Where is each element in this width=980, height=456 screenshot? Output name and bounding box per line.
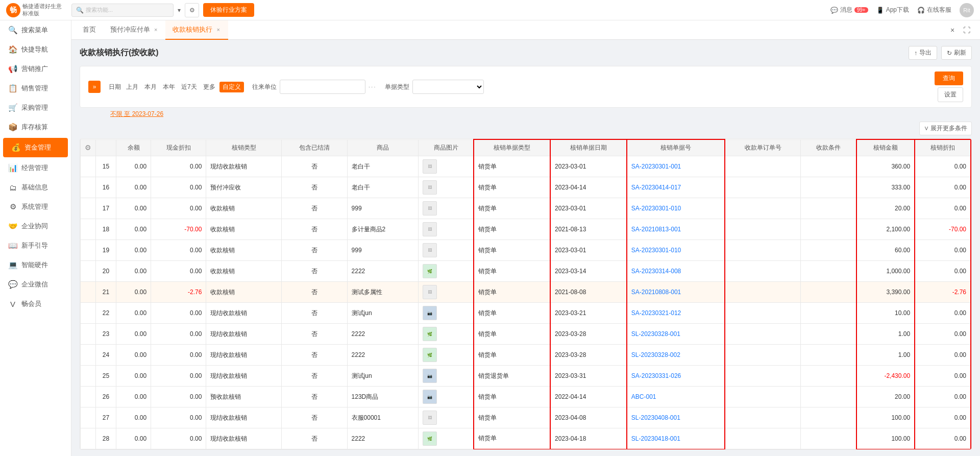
sidebar-item-wechat[interactable]: 💬 企业微信 bbox=[0, 275, 71, 294]
receipt-condition-cell bbox=[801, 156, 856, 177]
sidebar-item-system[interactable]: ⚙ 系统管理 bbox=[0, 197, 71, 217]
sidebar-item-operations[interactable]: 📊 经营管理 bbox=[0, 158, 71, 178]
top-bar-right-section: 💬 消息 99+ 📱 App下载 🎧 在线客服 Rit bbox=[830, 3, 974, 17]
cancel-type-cell: 现结收款核销 bbox=[206, 324, 282, 345]
sidebar-item-sales[interactable]: 📋 销售管理 bbox=[0, 79, 71, 98]
cancel-type-cell: 收款核销 bbox=[206, 198, 282, 219]
vip-icon: V bbox=[8, 300, 17, 308]
bill-type-select[interactable] bbox=[412, 80, 484, 94]
cancel-type-cell: 收款核销 bbox=[206, 240, 282, 261]
col-settings[interactable]: ⚙ bbox=[81, 139, 96, 156]
tab-prepay-close[interactable]: × bbox=[153, 27, 158, 33]
app-download-btn[interactable]: 📱 App下载 bbox=[876, 6, 909, 14]
sidebar-item-label: 销售管理 bbox=[21, 84, 48, 93]
industry-solution-btn[interactable]: 休验行业方案 bbox=[203, 3, 254, 17]
gear-icon: ⚙ bbox=[189, 7, 195, 14]
filter-action-group: 查询 设置 bbox=[935, 71, 963, 102]
cancel-bill-no-cell[interactable]: SA-20230331-026 bbox=[627, 366, 725, 387]
cancel-bill-no-cell[interactable]: SA-20230301-001 bbox=[627, 156, 725, 177]
cancel-bill-date-cell: 2023-03-01 bbox=[550, 156, 627, 177]
filter-toggle-btn[interactable]: » bbox=[88, 81, 101, 93]
date-opt-this-month[interactable]: 本月 bbox=[142, 82, 159, 92]
settings-col bbox=[81, 345, 96, 366]
export-btn[interactable]: ↑ 导出 bbox=[909, 46, 937, 60]
settings-col bbox=[81, 387, 96, 407]
cancel-bill-date-cell: 2022-04-14 bbox=[550, 387, 627, 407]
sidebar-item-search-menu[interactable]: 🔍 搜索菜单 bbox=[0, 20, 71, 40]
dropdown-toggle[interactable]: ▾ bbox=[178, 7, 181, 14]
goods-cell: 2222 bbox=[347, 261, 418, 282]
table-row: 170.000.00收款核销否999🖼销货单2023-03-01SA-20230… bbox=[81, 198, 971, 219]
include-cleared-cell: 否 bbox=[282, 324, 347, 345]
sidebar-item-quick-nav[interactable]: 🏠 快捷导航 bbox=[0, 40, 71, 59]
balance-cell: 0.00 bbox=[116, 366, 151, 387]
sidebar-item-label: 智能硬件 bbox=[21, 260, 48, 270]
sidebar-item-marketing[interactable]: 📢 营销推广 bbox=[0, 59, 71, 79]
date-options: 上月 本月 本年 近7天 更多 自定义 bbox=[124, 82, 244, 92]
date-opt-this-year[interactable]: 本年 bbox=[161, 82, 177, 92]
sidebar-item-inventory[interactable]: 📦 库存核算 bbox=[0, 117, 71, 137]
sidebar-item-vip[interactable]: V 畅会员 bbox=[0, 294, 71, 314]
date-opt-custom[interactable]: 自定义 bbox=[219, 82, 244, 92]
include-cleared-cell: 否 bbox=[282, 282, 347, 303]
settings-gear-btn[interactable]: ⚙ bbox=[185, 3, 199, 17]
cancel-bill-no-cell[interactable]: SA-20230301-010 bbox=[627, 198, 725, 219]
cancel-bill-type-cell: 销货单 bbox=[474, 282, 550, 303]
sidebar-item-finance[interactable]: 💰 资金管理 bbox=[3, 138, 68, 157]
cancel-amount-cell: -2,430.00 bbox=[856, 366, 915, 387]
date-opt-more[interactable]: 更多 bbox=[201, 82, 217, 92]
goods-img-cell: 🖼 bbox=[418, 198, 474, 219]
col-receipt-order-no: 收款单订单号 bbox=[725, 139, 801, 156]
cancel-amount-cell: 1.00 bbox=[856, 324, 915, 345]
cancel-bill-no-cell[interactable]: SA-20230321-012 bbox=[627, 303, 725, 324]
receipt-order-no-cell bbox=[725, 428, 801, 449]
cancel-bill-no-cell[interactable]: SA-20210813-001 bbox=[627, 219, 725, 240]
message-icon: 💬 bbox=[830, 7, 838, 14]
cash-discount-cell: 0.00 bbox=[151, 345, 206, 366]
cancel-bill-no-cell[interactable]: SL-20230418-001 bbox=[627, 428, 725, 449]
receipt-condition-cell bbox=[801, 240, 856, 261]
cancel-bill-no-cell[interactable]: ABC-001 bbox=[627, 387, 725, 407]
expand-conditions-btn[interactable]: ∨ 展开更多条件 bbox=[919, 122, 972, 135]
sidebar-item-smart-hw[interactable]: 💻 智能硬件 bbox=[0, 255, 71, 275]
guide-icon: 📖 bbox=[8, 241, 17, 250]
top-bar: 畅 畅捷通谱好生意 标准版 🔍 搜索功能... ▾ ⚙ 休验行业方案 💬 消息 … bbox=[0, 0, 980, 20]
cancel-amount-cell: 2,100.00 bbox=[856, 219, 915, 240]
messages-btn[interactable]: 💬 消息 99+ bbox=[830, 6, 868, 14]
maximize-btn[interactable]: ⛶ bbox=[962, 25, 972, 35]
logo-icon: 畅 bbox=[6, 3, 20, 17]
sidebar-item-purchase[interactable]: 🛒 采购管理 bbox=[0, 98, 71, 117]
cancel-bill-no-cell[interactable]: SA-20230301-010 bbox=[627, 240, 725, 261]
settings-col bbox=[81, 177, 96, 198]
date-opt-7days[interactable]: 近7天 bbox=[179, 82, 199, 92]
app-download-label: App下载 bbox=[886, 6, 909, 14]
cancel-bill-date-cell: 2021-08-08 bbox=[550, 282, 627, 303]
tab-prepay[interactable]: 预付冲应付单 × bbox=[103, 20, 165, 40]
close-tab-btn[interactable]: × bbox=[947, 25, 958, 35]
query-btn[interactable]: 查询 bbox=[935, 71, 963, 85]
cancel-bill-no-cell[interactable]: SL-20230408-001 bbox=[627, 407, 725, 428]
sidebar-item-basic-info[interactable]: 🗂 基础信息 bbox=[0, 178, 71, 197]
sidebar-item-guide[interactable]: 📖 新手引导 bbox=[0, 236, 71, 255]
online-service-btn[interactable]: 🎧 在线客服 bbox=[917, 6, 951, 14]
cancel-bill-no-cell[interactable]: SL-20230328-002 bbox=[627, 345, 725, 366]
sidebar-item-enterprise[interactable]: 🤝 企业协同 bbox=[0, 217, 71, 236]
tab-receipt-cancel-close[interactable]: × bbox=[215, 27, 220, 33]
cancel-bill-no-cell[interactable]: SA-20210808-001 bbox=[627, 282, 725, 303]
tab-home[interactable]: 首页 bbox=[76, 20, 103, 40]
date-opt-last-month[interactable]: 上月 bbox=[124, 82, 140, 92]
refresh-btn[interactable]: ↻ 刷新 bbox=[941, 46, 972, 60]
cancel-type-cell: 现结收款核销 bbox=[206, 366, 282, 387]
balance-cell: 0.00 bbox=[116, 407, 151, 428]
cancel-bill-date-cell: 2023-04-18 bbox=[550, 428, 627, 449]
goods-cell: 老白干 bbox=[347, 177, 418, 198]
filter-settings-btn[interactable]: 设置 bbox=[938, 87, 963, 102]
col-goods: 商品 bbox=[347, 139, 418, 156]
balance-cell: 0.00 bbox=[116, 261, 151, 282]
partner-input[interactable] bbox=[280, 80, 365, 94]
cancel-bill-no-cell[interactable]: SL-20230328-001 bbox=[627, 324, 725, 345]
tab-receipt-cancel[interactable]: 收款核销执行 × bbox=[165, 20, 228, 40]
cancel-bill-no-cell[interactable]: SA-20230314-008 bbox=[627, 261, 725, 282]
user-profile[interactable]: Rit bbox=[960, 3, 974, 17]
cancel-bill-no-cell[interactable]: SA-20230414-017 bbox=[627, 177, 725, 198]
